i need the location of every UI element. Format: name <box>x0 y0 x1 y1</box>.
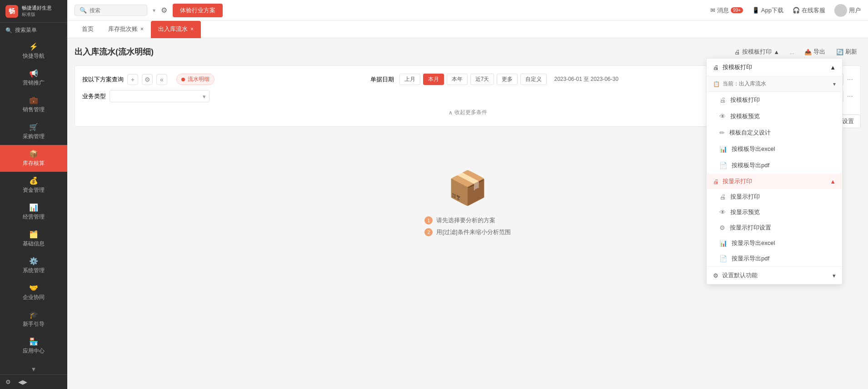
dropdown-header: 🖨 按模板打印 ▲ <box>707 59 842 76</box>
sidebar-item-enterprise[interactable]: 🤝 企业协同 <box>0 279 67 306</box>
sidebar-item-basic[interactable]: 🗂️ 基础信息 <box>0 225 67 252</box>
filter-row-2-left: 业务类型 <box>82 90 210 102</box>
print-btn[interactable]: 🖨 按模板打印 ▲ <box>731 45 783 58</box>
sidebar-item-label: 基础信息 <box>23 240 45 248</box>
user-avatar-btn[interactable]: 用户 <box>834 4 861 17</box>
content-area: 出入库流水(流水明细) 🖨 按模板打印 ▲ ... 📤 导出 🔄 刷新 <box>67 38 868 389</box>
date-7days[interactable]: 近7天 <box>470 74 494 85</box>
step-2-label: 用[过滤]条件来缩小分析范围 <box>436 228 510 236</box>
export-btn[interactable]: 📤 导出 <box>801 45 829 58</box>
page-top-actions: 🖨 按模板打印 ▲ ... 📤 导出 🔄 刷新 🖨 <box>731 45 861 58</box>
basic-icon: 🗂️ <box>29 230 38 239</box>
service-label: 在线客服 <box>802 6 825 15</box>
flow-detail-tag[interactable]: 流水明细 <box>176 74 215 85</box>
template-custom-item[interactable]: ✏ 模板自定义设计 <box>707 125 842 141</box>
template-preview-item[interactable]: 👁 按模板预览 <box>707 108 842 125</box>
settings-icon[interactable]: ⚙ <box>5 379 11 385</box>
tab-home[interactable]: 首页 <box>75 21 101 38</box>
step-1-label: 请先选择要分析的方案 <box>436 216 495 224</box>
tab-batch[interactable]: 库存批次账 × <box>101 21 151 38</box>
sidebar-item-operation[interactable]: 📊 经营管理 <box>0 199 67 225</box>
sidebar-item-system[interactable]: ⚙️ 系统管理 <box>0 252 67 279</box>
display-print-settings-item[interactable]: ⚙ 按显示打印设置 <box>707 220 842 235</box>
search-icon: 🔍 <box>5 27 12 34</box>
topbar-search[interactable]: 🔍 <box>75 5 147 16</box>
scroll-down-btn[interactable]: ▼ <box>0 364 67 374</box>
step-2-number: 2 <box>424 228 433 236</box>
tag-label: 流水明细 <box>188 75 210 83</box>
logo: 畅 畅捷通好生意 标准版 <box>0 0 67 23</box>
sidebar-item-sales[interactable]: 💼 销售管理 <box>0 91 67 118</box>
date-last-month[interactable]: 上月 <box>399 74 420 85</box>
sidebar-item-label: 新手引导 <box>23 320 45 328</box>
current-template-label: 当前：出入库流水 <box>723 80 766 88</box>
template-excel-icon: 📊 <box>719 145 727 153</box>
business-type-select[interactable] <box>110 90 210 102</box>
default-settings-item[interactable]: ⚙ 设置默认功能 ▾ <box>707 266 842 284</box>
sidebar-item-purchase[interactable]: 🛒 采购管理 <box>0 118 67 145</box>
date-custom[interactable]: 自定义 <box>520 74 547 85</box>
sidebar-item-shortcut[interactable]: ⚡ 快捷导航 <box>0 38 67 65</box>
export-icon: 📤 <box>804 49 812 55</box>
online-service-btn[interactable]: 🎧 在线客服 <box>793 6 825 15</box>
topbar-search-input[interactable] <box>90 7 135 14</box>
tab-batch-close[interactable]: × <box>140 26 144 32</box>
display-print-item[interactable]: 🖨 按显示打印 <box>707 189 842 204</box>
date-this-year[interactable]: 本年 <box>447 74 468 85</box>
topbar-gear-icon[interactable]: ⚙ <box>161 6 167 15</box>
template-pdf-label: 按模板导出pdf <box>732 161 769 170</box>
template-print-item[interactable]: 🖨 按模板打印 <box>707 92 842 108</box>
collapse-chevron-icon: ∧ <box>449 110 453 116</box>
filter-prefix: 按以下方案查询 + ⚙ « <box>82 74 167 85</box>
sidebar-item-marketing[interactable]: 📢 营销推广 <box>0 65 67 91</box>
display-section-chevron: ▲ <box>830 178 836 185</box>
template-icon: 📋 <box>713 81 720 87</box>
main-area: 🔍 ▾ ⚙ 体验行业方案 ✉ 消息 99+ 📱 App下载 🎧 在线客服 用户 <box>67 0 868 389</box>
finance-icon: 💰 <box>29 176 38 185</box>
template-excel-label: 按模板导出excel <box>732 145 775 153</box>
date-this-month[interactable]: 本月 <box>423 74 444 85</box>
sidebar-item-finance[interactable]: 💰 资金管理 <box>0 172 67 199</box>
empty-steps: 1 请先选择要分析的方案 2 用[过滤]条件来缩小分析范围 <box>424 216 510 240</box>
warehouse-more-btn[interactable]: ··· <box>847 92 853 100</box>
display-print-label: 按显示打印 <box>730 193 760 201</box>
refresh-btn[interactable]: 🔄 刷新 <box>833 45 861 58</box>
sidebar-item-guide[interactable]: 🎓 新手引导 <box>0 306 67 333</box>
message-badge: 99+ <box>731 7 743 13</box>
search-menu[interactable]: 🔍 搜索菜单 <box>0 23 67 38</box>
sidebar-toggle-icon[interactable]: ◀▶ <box>18 379 27 385</box>
display-print-section[interactable]: 🖨 按显示打印 ▲ <box>707 174 842 189</box>
display-export-excel-item[interactable]: 📊 按显示导出excel <box>707 235 842 251</box>
sidebar-item-appstore[interactable]: 🏪 应用中心 <box>0 333 67 359</box>
add-filter-btn[interactable]: + <box>127 74 138 85</box>
display-preview-item[interactable]: 👁 按显示预览 <box>707 204 842 220</box>
industry-btn[interactable]: 体验行业方案 <box>173 4 223 17</box>
filter-prefix-label: 按以下方案查询 <box>82 75 124 84</box>
tab-home-label: 首页 <box>82 25 94 33</box>
date-range: 2023-06-01 至 2023-06-30 <box>554 75 618 83</box>
tab-batch-label: 库存批次账 <box>108 25 138 33</box>
collapse-filter-btn[interactable]: « <box>156 74 167 85</box>
default-settings-chevron: ▾ <box>833 272 836 279</box>
more-dots-btn[interactable]: ... <box>787 47 797 57</box>
tab-flow[interactable]: 出入库流水 × <box>151 21 201 38</box>
app-icon: 📱 <box>752 7 759 14</box>
sales-icon: 💼 <box>29 96 38 105</box>
sidebar-item-inventory[interactable]: 📦 库存核算 <box>0 145 67 172</box>
date-more[interactable]: 更多 <box>497 74 518 85</box>
default-settings-icon: ⚙ <box>713 272 718 279</box>
marketing-icon: 📢 <box>29 69 38 78</box>
empty-step-1: 1 请先选择要分析的方案 <box>424 216 510 224</box>
tab-flow-close[interactable]: × <box>190 26 194 32</box>
message-btn[interactable]: ✉ 消息 99+ <box>710 6 743 15</box>
doc-type-more-btn[interactable]: ··· <box>847 75 853 84</box>
sidebar-item-wechat[interactable]: 💬 企业微信 <box>0 359 67 364</box>
settings-filter-btn[interactable]: ⚙ <box>142 74 153 85</box>
display-export-pdf-item[interactable]: 📄 按显示导出pdf <box>707 251 842 266</box>
display-excel-icon: 📊 <box>719 239 727 247</box>
template-export-excel-item[interactable]: 📊 按模板导出excel <box>707 141 842 157</box>
template-export-pdf-item[interactable]: 📄 按模板导出pdf <box>707 157 842 174</box>
topbar-search-icon: 🔍 <box>80 7 87 14</box>
date-filter-group: 单据日期 上月 本月 本年 近7天 更多 自定义 2023-06-01 至 20… <box>370 74 619 85</box>
app-download-btn[interactable]: 📱 App下载 <box>752 6 783 15</box>
